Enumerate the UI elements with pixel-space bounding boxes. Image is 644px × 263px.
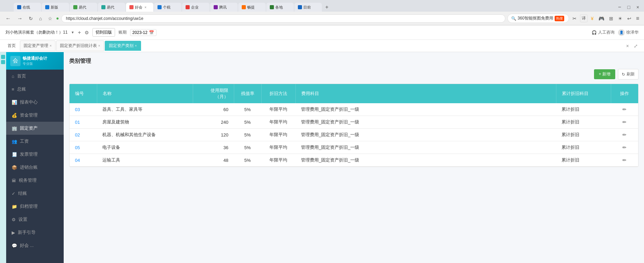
period-value[interactable]: 2023-12 📅: [130, 29, 156, 36]
page-tabs-bar: 首页 固定资产管理 × 固定资产折旧统计表 × 固定资产类别 × × ⤢: [0, 40, 644, 52]
tab-label-t8: 腾讯: [219, 5, 227, 10]
edit-button[interactable]: ✏: [622, 132, 627, 138]
tab-icon-t9: [242, 5, 246, 9]
cell-action: ✏: [611, 141, 638, 154]
browser-tab-t7[interactable]: 企业: [182, 3, 210, 12]
browser-tab-t11[interactable]: 目前: [294, 3, 322, 12]
url-input[interactable]: [61, 14, 505, 23]
search-box[interactable]: 🔍 360智能抠图免费用 热搜: [507, 14, 569, 23]
sidebar-item-salary[interactable]: 👥 工资: [6, 135, 64, 148]
sidebar-item-home[interactable]: ⌂ 首页: [6, 70, 64, 83]
tab-label-t2: 新版: [51, 5, 58, 10]
tab-panel-expand-icon[interactable]: ⤢: [632, 43, 640, 49]
browser-tab-t4[interactable]: 易代: [98, 3, 125, 12]
switch-version-button[interactable]: 切到旧版: [92, 28, 115, 37]
settings-gear-icon[interactable]: ⚙: [85, 30, 89, 35]
cell-action: ✏: [611, 103, 638, 116]
feedback-nav-icon: 💬: [12, 243, 17, 248]
tab-category[interactable]: 固定资产类别 ×: [105, 41, 141, 51]
app-header: 刘小艳演示账套（勿删勿动！）11 ▼ + ⚙ 切到旧版 账期 2023-12 📅…: [0, 25, 644, 40]
translate-icon[interactable]: 译: [580, 14, 588, 22]
sidebar-item-fixed[interactable]: 🏢 固定资产: [6, 122, 64, 135]
table-row: 02 机器、机械和其他生产设备 120 5% 年限平均 管理费用_固定资产折旧_…: [70, 129, 638, 141]
sidebar-item-invoice[interactable]: 🧾 发票管理: [6, 148, 64, 161]
back-button[interactable]: ←: [3, 15, 13, 22]
new-tab-button[interactable]: +: [323, 3, 331, 12]
currency-icon[interactable]: ¥: [590, 15, 595, 22]
sidebar-item-archive[interactable]: 📁 归档管理: [6, 200, 64, 213]
cell-expense: 管理费用_固定资产折旧_一级: [295, 116, 556, 129]
sidebar-item-reports[interactable]: 📊 报表中心: [6, 96, 64, 109]
scissors-icon[interactable]: ✂: [571, 15, 578, 22]
sidebar-ledger-label: 总账: [17, 86, 26, 92]
category-table: 编号 名称 使用期限（月） 残值率 折旧方法 费用科目 累计折旧科目 操作: [70, 84, 638, 167]
sidebar: 会 畅捷通好会计 专业版 ⌂ 首页 ≡ 总账 📊 报表中心: [6, 52, 64, 263]
undo-icon[interactable]: ↩: [626, 15, 633, 22]
tab-depreciation-close[interactable]: ×: [98, 44, 100, 48]
browser-tab-t2[interactable]: 新版: [42, 3, 69, 12]
cell-expense: 管理费用_固定资产折旧_一级: [295, 154, 556, 167]
sidebar-item-funds[interactable]: 💰 资金管理: [6, 109, 64, 122]
salary-nav-icon: 👥: [12, 139, 17, 144]
browser-tab-t9[interactable]: 畅提: [238, 3, 266, 12]
tab-depreciation[interactable]: 固定资产折旧统计表 ×: [56, 40, 104, 51]
refresh-button[interactable]: ↻ 刷新: [618, 69, 639, 80]
th-action: 操作: [611, 84, 638, 103]
tab-icon-t5: [129, 5, 134, 9]
browser-tab-t3[interactable]: 易代: [70, 3, 97, 12]
sidebar-inventory-label: 进销台账: [20, 164, 38, 170]
browser-tab-t5[interactable]: 好会 ×: [126, 3, 153, 12]
cell-action: ✏: [611, 116, 638, 129]
add-account-icon[interactable]: +: [78, 29, 81, 36]
tab-category-close[interactable]: ×: [135, 44, 137, 48]
win-maximize[interactable]: □: [625, 4, 632, 11]
win-minimize[interactable]: −: [616, 3, 623, 11]
edit-button[interactable]: ✏: [622, 107, 627, 112]
tab-fixed-mgr[interactable]: 固定资产管理 ×: [20, 40, 55, 51]
sidebar-logo: 会 畅捷通好会计 专业版: [6, 52, 64, 70]
th-rate: 残值率: [234, 84, 261, 103]
edit-button[interactable]: ✏: [622, 119, 627, 125]
tab-icon-t11: [298, 5, 302, 9]
th-months: 使用期限（月）: [193, 84, 234, 103]
sidebar-item-ledger[interactable]: ≡ 总账: [6, 83, 64, 96]
game-icon[interactable]: 🎮: [597, 15, 606, 22]
grid-icon[interactable]: ⊞: [608, 15, 615, 22]
browser-tab-t1[interactable]: 在线: [14, 3, 41, 12]
star-button[interactable]: ☆: [46, 15, 54, 22]
dropdown-icon[interactable]: ▼: [71, 31, 74, 34]
sidebar-item-guide[interactable]: ▶ 新手引导: [6, 226, 64, 239]
forward-button[interactable]: →: [15, 15, 25, 22]
win-close[interactable]: ×: [634, 4, 641, 11]
sidebar-item-inventory[interactable]: 📦 进销台账: [6, 161, 64, 174]
tab-label-t4: 易代: [107, 5, 114, 10]
consult-area[interactable]: 🎧 人工咨询: [592, 29, 615, 35]
sun-icon[interactable]: ☀: [617, 15, 624, 22]
user-avatar-area[interactable]: 👤 徐泽华: [618, 29, 639, 36]
edit-button[interactable]: ✏: [622, 145, 627, 150]
sidebar-item-closing[interactable]: ✓ 结账: [6, 187, 64, 200]
tab-panel-close-icon[interactable]: ×: [624, 43, 631, 49]
tab-icon-t8: [214, 5, 218, 9]
home-button[interactable]: ⌂: [37, 15, 44, 22]
sidebar-item-feedback[interactable]: 💬 好会 ...: [6, 239, 64, 252]
tab-icon-t3: [73, 5, 77, 9]
sidebar-item-settings[interactable]: ⚙ 设置: [6, 213, 64, 226]
edit-button[interactable]: ✏: [622, 157, 627, 163]
sidebar-item-tax[interactable]: 🏛 税务管理: [6, 174, 64, 187]
cell-code: 05: [70, 141, 97, 154]
browser-tab-t8[interactable]: 腾讯: [210, 3, 238, 12]
tab-home[interactable]: 首页: [4, 41, 19, 51]
cell-method: 年限平均: [261, 154, 295, 167]
tab-label-t9: 畅提: [247, 5, 255, 10]
add-button[interactable]: + 新增: [594, 69, 615, 79]
menu-icon[interactable]: ≡: [635, 15, 641, 22]
tab-close-t5[interactable]: ×: [144, 5, 147, 9]
browser-tab-t10[interactable]: 各地: [266, 3, 294, 12]
reload-button[interactable]: ↻: [27, 15, 35, 22]
tab-fixed-mgr-close[interactable]: ×: [50, 44, 52, 48]
cell-months: 48: [193, 154, 234, 167]
cell-rate: 5%: [234, 103, 261, 116]
browser-tab-t6[interactable]: 个税: [154, 3, 181, 12]
archive-nav-icon: 📁: [12, 204, 17, 209]
